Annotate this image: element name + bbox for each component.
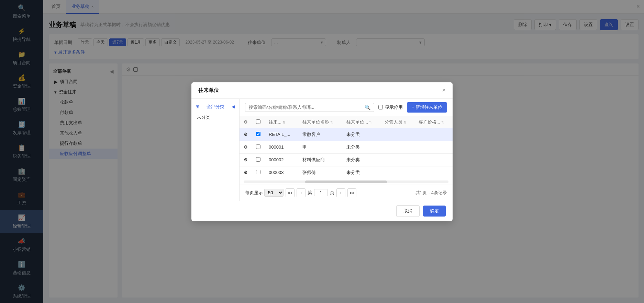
- modal-pagination: 每页显示 50 100 200 ⏮ ‹ 第 页 › ⏭ 共1页，4条记录: [240, 185, 453, 201]
- th-category: 往来单位...⇅: [342, 116, 380, 128]
- th-price: 客户价格...⇅: [414, 116, 453, 128]
- modal-left-header: ⊞ 全部分类 ◀: [191, 102, 239, 112]
- row-code-3: 000002: [265, 153, 298, 166]
- row-select-3[interactable]: [256, 157, 260, 162]
- row-select-4[interactable]: [256, 170, 260, 174]
- row-manager-4: [380, 166, 414, 179]
- row-name-1: 零散客户: [298, 128, 342, 141]
- modal-table-header-row: ⚙ 往来...⇅ 往来单位名称⇅ 往来单位...⇅ 分管人员⇅ 客户价格...⇅: [240, 116, 453, 128]
- next-page-btn[interactable]: ›: [336, 188, 345, 197]
- th-name: 往来单位名称⇅: [298, 116, 342, 128]
- row-checkbox[interactable]: [252, 141, 265, 153]
- table-row[interactable]: ⚙ 000001 甲 未分类: [240, 141, 453, 153]
- show-disabled-checkbox[interactable]: [378, 105, 383, 109]
- row-select-2[interactable]: [256, 144, 260, 149]
- row-checkbox[interactable]: [252, 128, 265, 141]
- table-row[interactable]: ⚙ RETAIL_... 零散客户 未分类: [240, 128, 453, 141]
- partner-modal: 往来单位 × ⊞ 全部分类 ◀ 未分类 🔍: [191, 82, 453, 221]
- show-disabled-text: 显示停用: [385, 104, 403, 110]
- modal-category-label: 未分类: [197, 115, 210, 120]
- modal-category-unclassified[interactable]: 未分类: [191, 112, 239, 123]
- row-gear[interactable]: ⚙: [240, 153, 252, 166]
- page-size-select: 每页显示 50 100 200: [245, 189, 284, 197]
- category-icon: ⊞: [196, 104, 199, 109]
- row-price-3: [414, 153, 453, 166]
- row-code-1: RETAIL_...: [265, 128, 298, 141]
- search-wrapper: 🔍: [245, 103, 374, 112]
- per-page-dropdown[interactable]: 50 100 200: [264, 189, 284, 197]
- row-category-3: 未分类: [342, 153, 380, 166]
- row-gear[interactable]: ⚙: [240, 141, 252, 153]
- row-price-4: [414, 166, 453, 179]
- row-category-1: 未分类: [342, 128, 380, 141]
- page-total: 共1页，4条记录: [415, 190, 447, 196]
- row-category-2: 未分类: [342, 141, 380, 153]
- th-checkbox[interactable]: [252, 116, 265, 128]
- row-gear[interactable]: ⚙: [240, 128, 252, 141]
- row-manager-1: [380, 128, 414, 141]
- left-panel-collapse-icon[interactable]: ◀: [232, 104, 235, 109]
- modal-title: 往来单位: [198, 87, 219, 94]
- row-name-3: 材料供应商: [298, 153, 342, 166]
- last-page-btn[interactable]: ⏭: [347, 188, 356, 197]
- modal-footer: 取消 确定: [191, 201, 453, 221]
- row-manager-3: [380, 153, 414, 166]
- add-partner-button[interactable]: + 新增往来单位: [407, 102, 447, 113]
- row-code-2: 000001: [265, 141, 298, 153]
- modal-body: ⊞ 全部分类 ◀ 未分类 🔍 显示停用: [191, 99, 453, 201]
- row-select-1[interactable]: [256, 132, 260, 136]
- row-code-4: 000003: [265, 166, 298, 179]
- modal-scrollbar-track[interactable]: [244, 180, 448, 183]
- modal-partner-table: ⚙ 往来...⇅ 往来单位名称⇅ 往来单位...⇅ 分管人员⇅ 客户价格...⇅: [240, 116, 453, 179]
- show-disabled-label: 显示停用: [378, 104, 403, 110]
- row-name-2: 甲: [298, 141, 342, 153]
- modal-header: 往来单位 ×: [191, 82, 453, 99]
- row-price-2: [414, 141, 453, 153]
- page-prefix-label: 第: [308, 190, 312, 196]
- row-checkbox[interactable]: [252, 166, 265, 179]
- row-price-1: [414, 128, 453, 141]
- page-suffix-label: 页: [330, 190, 334, 196]
- page-number-input[interactable]: [314, 189, 328, 196]
- modal-search-bar: 🔍 显示停用 + 新增往来单位: [240, 99, 453, 116]
- search-icon: 🔍: [365, 105, 370, 110]
- modal-select-all[interactable]: [256, 119, 260, 124]
- modal-left-panel: ⊞ 全部分类 ◀ 未分类: [191, 99, 240, 201]
- first-page-btn[interactable]: ⏮: [286, 188, 295, 197]
- table-row[interactable]: ⚙ 000002 材料供应商 未分类: [240, 153, 453, 166]
- modal-left-title: 全部分类: [207, 104, 224, 110]
- prev-page-btn[interactable]: ‹: [297, 188, 306, 197]
- th-manager: 分管人员⇅: [380, 116, 414, 128]
- modal-table-wrap: ⚙ 往来...⇅ 往来单位名称⇅ 往来单位...⇅ 分管人员⇅ 客户价格...⇅: [240, 116, 453, 179]
- confirm-button[interactable]: 确定: [423, 206, 446, 217]
- modal-right-panel: 🔍 显示停用 + 新增往来单位 ⚙ 往来...⇅: [240, 99, 453, 201]
- partner-search-input[interactable]: [249, 105, 363, 110]
- row-name-4: 张师傅: [298, 166, 342, 179]
- table-row[interactable]: ⚙ 000003 张师傅 未分类: [240, 166, 453, 179]
- row-manager-2: [380, 141, 414, 153]
- row-gear[interactable]: ⚙: [240, 166, 252, 179]
- modal-scrollbar-thumb[interactable]: [305, 180, 387, 183]
- row-checkbox[interactable]: [252, 153, 265, 166]
- per-page-label: 每页显示: [245, 190, 263, 196]
- modal-overlay[interactable]: 往来单位 × ⊞ 全部分类 ◀ 未分类 🔍: [0, 0, 644, 303]
- th-code: 往来...⇅: [265, 116, 298, 128]
- th-gear[interactable]: ⚙: [240, 116, 252, 128]
- row-category-4: 未分类: [342, 166, 380, 179]
- modal-close-button[interactable]: ×: [442, 87, 446, 93]
- cancel-button[interactable]: 取消: [396, 205, 420, 217]
